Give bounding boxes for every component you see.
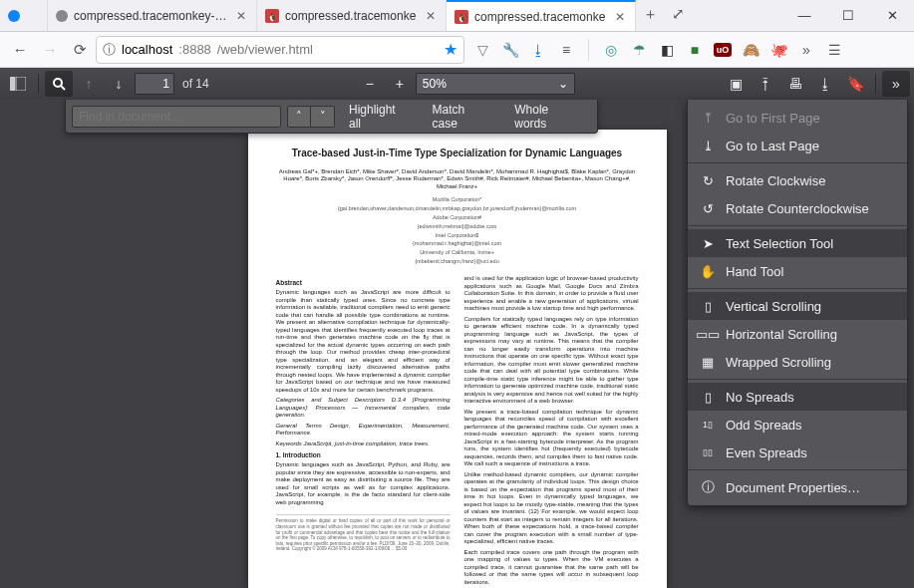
- paper-emails: {gal,brendan,shaver,danderson,dmandelin,…: [276, 205, 639, 212]
- menu-wrapped-scrolling[interactable]: ▦ Wrapped Scrolling: [688, 348, 907, 376]
- presentation-mode-button[interactable]: ▣: [722, 71, 750, 97]
- bookmark-star-icon[interactable]: ★: [444, 40, 457, 59]
- browser-navbar: ← → ⟳ ⓘ localhost:8888/web/viewer.html ★…: [0, 32, 914, 68]
- highlight-all-toggle[interactable]: Highlight all: [341, 103, 418, 131]
- close-icon[interactable]: ✕: [234, 9, 248, 23]
- pdf-icon: 🐧: [265, 9, 279, 23]
- zoom-select[interactable]: 50% ⌄: [416, 73, 575, 95]
- ublock-icon[interactable]: uO: [713, 40, 733, 60]
- site-info-icon[interactable]: ⓘ: [103, 41, 116, 59]
- window-maximize-button[interactable]: ☐: [826, 0, 870, 31]
- window-minimize-button[interactable]: —: [782, 0, 826, 31]
- menu-horizontal-scrolling[interactable]: ▭▭ Horizontal Scrolling: [688, 320, 907, 348]
- find-next-button[interactable]: ˅: [311, 106, 335, 128]
- download-button[interactable]: ⭳: [811, 71, 839, 97]
- paper-authors: Andreas Gal*+, Brendan Eich*, Mike Shave…: [276, 168, 639, 191]
- new-tab-button[interactable]: ＋: [636, 0, 664, 28]
- zoom-out-button[interactable]: −: [356, 71, 384, 97]
- overflow-icon[interactable]: »: [796, 40, 816, 60]
- library-icon[interactable]: ≡: [556, 40, 576, 60]
- extension-icon[interactable]: ■: [685, 40, 705, 60]
- horizontal-scroll-icon: ▭▭: [700, 326, 716, 342]
- svg-line-7: [61, 86, 65, 90]
- menu-icon[interactable]: ☰: [824, 40, 844, 60]
- sidebar-toggle-button[interactable]: [4, 71, 32, 97]
- secondary-toolbar-button[interactable]: »: [882, 71, 910, 97]
- pocket-icon[interactable]: ▽: [472, 40, 492, 60]
- paper-affiliation: Adobe Corporation#: [276, 214, 639, 221]
- window-close-button[interactable]: ✕: [870, 0, 914, 31]
- menu-hand-tool[interactable]: ✋ Hand Tool: [688, 257, 907, 285]
- extension-icon[interactable]: ◎: [601, 40, 621, 60]
- body-text: Unlike method-based dynamic compilers, o…: [464, 471, 639, 546]
- tab-favicon-dot: [56, 10, 68, 22]
- paper-emails: {edwsmith,rreitmai}@adobe.com: [276, 223, 639, 230]
- vertical-scroll-icon: ▯: [700, 298, 716, 314]
- expand-tabs-button[interactable]: ⤢: [664, 0, 692, 28]
- extension-icon[interactable]: ☂: [629, 40, 649, 60]
- extension-icon[interactable]: 🐙: [768, 40, 788, 60]
- last-page-icon: ⤓: [700, 138, 716, 153]
- menu-text-selection[interactable]: ➤ Text Selection Tool: [688, 229, 907, 257]
- zoom-value: 50%: [423, 77, 447, 91]
- tab-favicon-dot: [8, 10, 20, 22]
- print-button[interactable]: 🖶: [781, 71, 809, 97]
- paper-affiliation: Mozilla Corporation*: [276, 196, 639, 203]
- extension-icon[interactable]: 🙈: [741, 40, 761, 60]
- bookmark-button[interactable]: 🔖: [841, 71, 869, 97]
- open-file-button[interactable]: ⭱: [752, 71, 779, 97]
- devtools-icon[interactable]: 🔧: [500, 40, 520, 60]
- menu-label: Wrapped Scrolling: [726, 355, 831, 370]
- body-text: Each compiled trace covers one path thro…: [464, 549, 639, 587]
- keywords-text: Keywords JavaScript, just-in-time compil…: [276, 441, 451, 448]
- browser-tab-active[interactable]: 🐧 compressed.tracemonke ✕: [447, 0, 636, 31]
- footnote-text: Permission to make digital or hard copie…: [276, 514, 451, 552]
- paper-emails: {mohammad.r.haghighat}@intel.com: [276, 240, 639, 247]
- menu-label: Vertical Scrolling: [726, 299, 821, 314]
- find-prev-button[interactable]: ˄: [287, 106, 311, 128]
- menu-no-spreads[interactable]: ▯ No Spreads: [688, 383, 907, 411]
- menu-last-page[interactable]: ⤓ Go to Last Page: [688, 132, 907, 159]
- forward-button[interactable]: →: [36, 36, 64, 64]
- menu-label: Document Properties…: [726, 480, 860, 495]
- paper-column-left: Abstract Dynamic languages such as JavaS…: [276, 275, 451, 588]
- menu-rotate-cw[interactable]: ↻ Rotate Clockwise: [688, 166, 907, 194]
- zoom-in-button[interactable]: +: [386, 71, 414, 97]
- tab-title: compressed.tracemonkey-p…: [74, 9, 228, 23]
- menu-rotate-ccw[interactable]: ↺ Rotate Counterclockwise: [688, 194, 907, 222]
- browser-tab[interactable]: compressed.tracemonkey-p… ✕: [48, 0, 257, 31]
- reload-button[interactable]: ⟳: [66, 36, 94, 64]
- next-page-button[interactable]: ↓: [105, 71, 133, 97]
- url-host: localhost: [122, 42, 172, 57]
- menu-vertical-scrolling[interactable]: ▯ Vertical Scrolling: [688, 292, 907, 320]
- browser-tab[interactable]: 🐧 compressed.tracemonke ✕: [257, 0, 447, 31]
- first-page-icon: ⤒: [700, 110, 716, 126]
- menu-document-properties[interactable]: ⓘ Document Properties…: [688, 473, 907, 501]
- menu-odd-spreads[interactable]: 1▯ Odd Spreads: [688, 411, 907, 439]
- tab-title: compressed.tracemonke: [474, 10, 607, 24]
- menu-label: Odd Spreads: [726, 418, 802, 433]
- menu-first-page: ⤒ Go to First Page: [688, 104, 907, 132]
- paper-column-right: and is used for the application logic of…: [464, 275, 639, 588]
- url-bar[interactable]: ⓘ localhost:8888/web/viewer.html ★: [96, 36, 464, 64]
- url-path: /web/viewer.html: [217, 42, 313, 57]
- even-spreads-icon: ▯▯: [700, 444, 716, 460]
- match-case-toggle[interactable]: Match case: [424, 103, 500, 131]
- whole-words-toggle[interactable]: Whole words: [506, 103, 591, 131]
- extension-icon[interactable]: ◧: [657, 40, 677, 60]
- page-number-input[interactable]: [135, 73, 174, 95]
- close-icon[interactable]: ✕: [613, 10, 627, 24]
- close-icon[interactable]: ✕: [424, 9, 438, 23]
- toolbar-actions: ▽ 🔧 ⭳ ≡ ◎ ☂ ◧ ■ uO 🙈 🐙 » ☰: [472, 39, 844, 61]
- back-button[interactable]: ←: [6, 36, 34, 64]
- menu-label: Even Spreads: [726, 445, 807, 460]
- find-input[interactable]: [72, 106, 281, 128]
- intro-text: Dynamic languages such as JavaScript, Py…: [276, 461, 451, 506]
- downloads-icon[interactable]: ⭳: [528, 40, 548, 60]
- find-button[interactable]: [45, 71, 73, 97]
- paper-affiliation: Intel Corporation$: [276, 232, 639, 239]
- prev-page-button[interactable]: ↑: [75, 71, 103, 97]
- browser-tab[interactable]: [0, 0, 48, 31]
- menu-even-spreads[interactable]: ▯▯ Even Spreads: [688, 439, 907, 466]
- intro-heading: 1. Introduction: [276, 451, 451, 459]
